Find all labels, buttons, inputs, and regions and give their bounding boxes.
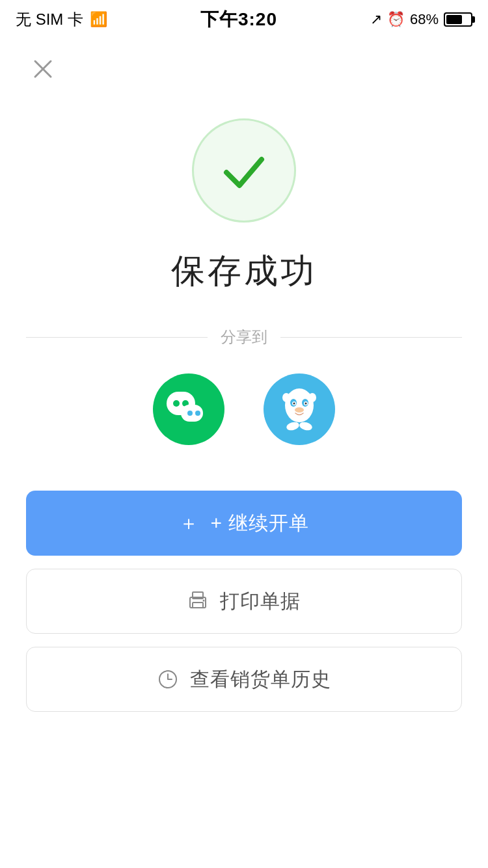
svg-point-15 <box>293 403 295 405</box>
history-button[interactable]: 查看销货单历史 <box>26 647 462 712</box>
svg-point-9 <box>282 393 290 402</box>
history-icon <box>157 669 178 690</box>
share-divider: 分享到 <box>26 327 462 347</box>
svg-point-6 <box>187 411 193 416</box>
status-right: ↗ ⏰ 68% <box>370 11 472 28</box>
svg-point-17 <box>295 407 304 413</box>
svg-point-3 <box>173 400 180 407</box>
svg-point-23 <box>203 600 205 602</box>
wechat-share-button[interactable] <box>153 373 224 445</box>
wechat-icon <box>167 390 211 428</box>
svg-rect-22 <box>193 603 203 608</box>
no-sim-text: 无 SIM 卡 <box>16 9 83 30</box>
checkmark-icon <box>215 141 273 200</box>
svg-point-16 <box>305 403 307 405</box>
history-label: 查看销货单历史 <box>190 666 331 693</box>
share-label: 分享到 <box>221 327 267 347</box>
alarm-icon: ⏰ <box>387 11 405 28</box>
divider-right <box>280 337 462 338</box>
battery-icon <box>444 12 472 27</box>
print-label: 打印单据 <box>220 588 301 615</box>
close-button[interactable] <box>26 52 60 86</box>
svg-point-10 <box>308 393 316 402</box>
wifi-icon: 📶 <box>90 11 107 28</box>
status-bar: 无 SIM 卡 📶 下午3:20 ↗ ⏰ 68% <box>0 0 488 39</box>
success-icon-wrapper <box>192 118 296 223</box>
success-title: 保存成功 <box>171 249 317 294</box>
continue-label: + 继续开单 <box>211 510 310 537</box>
svg-point-7 <box>195 411 200 416</box>
status-time: 下午3:20 <box>200 7 277 32</box>
share-icons-row <box>153 373 335 445</box>
close-icon <box>33 59 53 79</box>
svg-point-18 <box>286 421 300 432</box>
continue-plus-icon: ＋ <box>179 510 199 537</box>
divider-left <box>26 337 208 338</box>
battery-percent: 68% <box>410 11 439 28</box>
print-icon <box>187 591 208 612</box>
qq-share-button[interactable] <box>264 373 335 445</box>
svg-point-8 <box>285 388 314 422</box>
print-button[interactable]: 打印单据 <box>26 569 462 634</box>
main-content: 保存成功 分享到 <box>0 86 488 868</box>
qq-icon <box>277 386 321 433</box>
battery-fill <box>446 15 462 24</box>
location-icon: ↗ <box>370 11 382 28</box>
svg-point-19 <box>299 421 313 432</box>
status-left: 无 SIM 卡 📶 <box>16 9 107 30</box>
close-btn-area <box>0 39 488 86</box>
continue-button[interactable]: ＋ + 继续开单 <box>26 491 462 556</box>
action-buttons: ＋ + 继续开单 打印单据 查看销货单历 <box>26 491 462 712</box>
